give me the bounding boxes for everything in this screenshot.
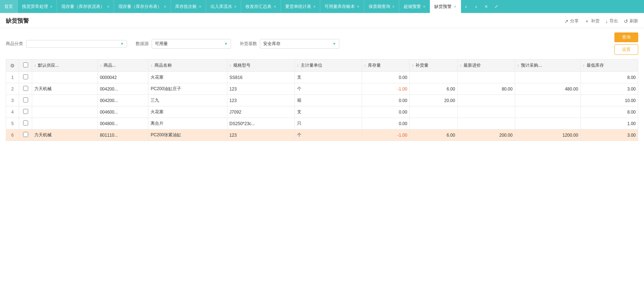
table-row: 3 004200... 三九 123 箱 0.00 20.00 10.00	[6, 95, 638, 106]
tab-shortage[interactable]: 缺货预警 ×	[430, 0, 461, 13]
sort-unit-icon: ↕	[297, 63, 299, 67]
share-button[interactable]: ↗ 分享	[564, 18, 579, 24]
tab-exception[interactable]: 拣货异常处理 ×	[18, 0, 57, 13]
row-latest-price: 200.00	[457, 129, 515, 141]
tab-expire-query-close[interactable]: ×	[392, 4, 395, 9]
row-checkbox[interactable]	[23, 74, 28, 79]
row-est-purchase	[515, 106, 580, 118]
row-est-purchase: 480.00	[515, 83, 580, 95]
col-stock[interactable]: ↕ 库存量	[362, 59, 410, 72]
sort-stock-icon: ↕	[364, 63, 366, 67]
table-wrapper: ⚙ ↕ 默认供应... ↕ 商品... ↕ 商品名称	[0, 59, 644, 141]
row-checkbox-cell	[19, 95, 32, 106]
filter-category-label: 商品分类	[6, 41, 23, 47]
col-product-code[interactable]: ↕ 商品...	[97, 59, 148, 72]
row-stock: -1.00	[362, 83, 410, 95]
tab-batch-close[interactable]: ×	[199, 4, 201, 9]
filter-category-select[interactable]: ▼	[26, 40, 127, 48]
tab-inventory-status[interactable]: 现存量（库存状况表） ×	[57, 0, 114, 13]
row-num: 5	[6, 118, 19, 129]
tab-fullscreen-button[interactable]: ⤢	[491, 0, 501, 13]
row-product-code: 801110...	[97, 129, 148, 141]
row-product-code: 004200...	[97, 95, 148, 106]
row-latest-price	[457, 118, 515, 129]
sort-supplier-icon: ↕	[34, 63, 36, 67]
tab-collect-total[interactable]: 收发存汇总表 ×	[241, 0, 280, 13]
tab-inventory-status-close[interactable]: ×	[107, 4, 109, 9]
table-header-row: ⚙ ↕ 默认供应... ↕ 商品... ↕ 商品名称	[6, 59, 638, 72]
tab-inventory-dist-close[interactable]: ×	[164, 4, 166, 9]
row-min-stock: 8.00	[580, 72, 638, 83]
row-spec: 123	[227, 129, 295, 141]
filter-datasource-select[interactable]: 可用量 ▼	[152, 39, 231, 49]
tab-available-book[interactable]: 可用量库存账本 ×	[320, 0, 364, 13]
tab-order-stats-close[interactable]: ×	[313, 4, 316, 9]
gear-icon[interactable]: ⚙	[10, 63, 15, 69]
col-spec[interactable]: ↕ 规格型号	[227, 59, 295, 72]
col-est-purchase[interactable]: ↕ 预计采购...	[515, 59, 580, 72]
tab-home[interactable]: 首页	[0, 0, 18, 13]
tab-next-button[interactable]: ›	[471, 0, 481, 13]
select-all-checkbox[interactable]	[23, 62, 28, 67]
tab-prev-button[interactable]: ‹	[461, 0, 471, 13]
filter-datasource: 数据源 可用量 ▼	[136, 39, 231, 49]
replenish-button[interactable]: ＋ 补货	[584, 18, 600, 25]
row-checkbox-cell	[19, 83, 32, 95]
tab-batch[interactable]: 库存批次账 ×	[171, 0, 206, 13]
sort-price-icon: ↕	[460, 63, 462, 67]
tab-close-all-button[interactable]: ×	[481, 0, 491, 13]
row-checkbox[interactable]	[23, 97, 28, 102]
query-button[interactable]: 查询	[614, 32, 638, 42]
tab-overstock[interactable]: 超储预警 ×	[399, 0, 430, 13]
row-spec: DS250*23c...	[227, 118, 295, 129]
export-button[interactable]: ↓ 导出	[605, 18, 618, 24]
tab-overstock-close[interactable]: ×	[423, 4, 425, 9]
row-min-stock: 10.00	[580, 95, 638, 106]
row-product-name: PC200油缸庄子	[148, 83, 227, 95]
tab-bar: 首页 拣货异常处理 × 现存量（库存状况表） × 现存量（库存分布表） × 库存…	[0, 0, 644, 13]
table-row: 6 力天机械 801110... PC200张紧油缸 123 个 -1.00 6…	[6, 129, 638, 141]
col-latest-price[interactable]: ↕ 最新进价	[457, 59, 515, 72]
row-num: 1	[6, 72, 19, 83]
row-product-name: 三九	[148, 95, 227, 106]
row-checkbox[interactable]	[23, 132, 28, 137]
col-settings[interactable]: ⚙	[6, 59, 19, 72]
row-supplier: 力天机械	[32, 129, 98, 141]
col-product-name[interactable]: ↕ 商品名称	[148, 59, 227, 72]
row-num: 2	[6, 83, 19, 95]
row-supplier	[32, 118, 98, 129]
filter-actions: 查询 设置	[614, 32, 638, 55]
tab-expire-query[interactable]: 保质期查询 ×	[364, 0, 399, 13]
tab-order-stats[interactable]: 要货单统计表 ×	[281, 0, 320, 13]
tab-shortage-close[interactable]: ×	[454, 4, 456, 9]
tab-available-book-close[interactable]: ×	[357, 4, 359, 9]
filter-replenish-base-select[interactable]: 安全库存 ▼	[260, 39, 339, 49]
row-num: 3	[6, 95, 19, 106]
col-supplier[interactable]: ↕ 默认供应...	[32, 59, 98, 72]
header-actions: ↗ 分享 ＋ 补货 ↓ 导出 ↺ 刷新	[564, 18, 638, 25]
col-replenish[interactable]: ↕ 补货量	[410, 59, 458, 72]
row-latest-price	[457, 95, 515, 106]
row-latest-price	[457, 106, 515, 118]
tab-exception-close[interactable]: ×	[50, 4, 52, 9]
row-product-name: 离合片	[148, 118, 227, 129]
tab-inventory-dist[interactable]: 现存量（库存分布表） ×	[114, 0, 171, 13]
row-checkbox[interactable]	[23, 120, 28, 125]
table-row: 5 004800... 离合片 DS250*23c... 只 0.00 1.00	[6, 118, 638, 129]
row-checkbox[interactable]	[23, 86, 28, 91]
row-unit: 个	[295, 83, 362, 95]
row-stock: -1.00	[362, 129, 410, 141]
tab-inout-flow-close[interactable]: ×	[234, 4, 236, 9]
tab-inout-flow[interactable]: 出入库流水 ×	[206, 0, 241, 13]
row-checkbox[interactable]	[23, 109, 28, 114]
tab-collect-total-close[interactable]: ×	[274, 4, 276, 9]
col-min-stock[interactable]: ↕ 最低库存	[580, 59, 638, 72]
settings-button[interactable]: 设置	[614, 44, 638, 55]
refresh-button[interactable]: ↺ 刷新	[624, 18, 638, 24]
row-est-purchase	[515, 118, 580, 129]
col-unit[interactable]: ↕ 主计量单位	[295, 59, 362, 72]
sort-code-icon: ↕	[100, 63, 102, 67]
row-latest-price	[457, 72, 515, 83]
row-min-stock: 3.00	[580, 83, 638, 95]
row-replenish: 6.00	[410, 129, 458, 141]
